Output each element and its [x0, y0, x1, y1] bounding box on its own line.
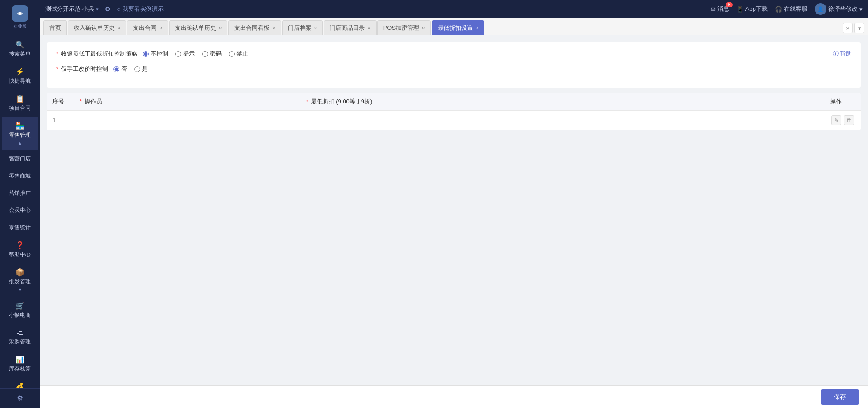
manual-control-options: 否 是 [113, 65, 148, 73]
sidebar-item-label: 小畅电商 [9, 311, 31, 319]
app-download-button[interactable]: 📱 App下载 [736, 5, 768, 13]
required-mark: * [56, 66, 58, 72]
help-button[interactable]: ⓘ 帮助 [833, 50, 852, 58]
tab-close-all-button[interactable]: × [843, 23, 853, 33]
required-mark: * [56, 50, 58, 57]
sidebar-item-label: 智营门店 [9, 155, 31, 163]
sidebar-item-label: 帮助中心 [9, 251, 31, 258]
sidebar-item-help[interactable]: ❓ 帮助中心 [2, 236, 38, 263]
user-name: 徐泽华修改 [828, 5, 858, 13]
sidebar-item-inventory[interactable]: 📊 库存核算 [2, 351, 38, 377]
policy-no-control[interactable]: 不控制 [143, 50, 168, 58]
tab-close-icon[interactable]: × [272, 25, 275, 31]
manual-control-label: * 仅手工改价时控制 [56, 65, 108, 73]
tab-home[interactable]: 首页 [43, 20, 67, 35]
manual-yes-label: 是 [142, 65, 148, 73]
sidebar-item-label: 零售统计 [9, 224, 31, 231]
row-delete-button[interactable]: 🗑 [844, 115, 854, 125]
policy-no-control-label: 不控制 [151, 50, 168, 58]
capital-icon: 💰 [15, 382, 24, 388]
policy-forbid-radio[interactable] [229, 51, 235, 57]
topbar-settings-button[interactable]: ⚙ [102, 4, 113, 14]
sidebar-item-search[interactable]: 🔍 搜索菜单 [2, 36, 38, 62]
demo-label: 我要看实例演示 [123, 5, 164, 13]
manual-no-radio[interactable] [113, 66, 119, 72]
sidebar-item-retail-mall[interactable]: 零售商城 [2, 168, 38, 184]
user-profile-button[interactable]: 👤 徐泽华修改 ▾ [815, 3, 863, 15]
tab-close-icon[interactable]: × [314, 25, 317, 31]
row-edit-button[interactable]: ✎ [831, 115, 841, 125]
tab-menu-button[interactable]: ▾ [854, 23, 864, 33]
tab-min-discount[interactable]: 最低折扣设置 × [432, 20, 484, 35]
download-icon: 📱 [736, 6, 744, 13]
tabbar-controls: × ▾ [843, 23, 864, 35]
save-button[interactable]: 保存 [821, 389, 859, 405]
sidebar-item-label: 项目合同 [9, 104, 31, 112]
cell-min-discount [301, 111, 825, 130]
policy-remind-radio[interactable] [175, 51, 181, 57]
tab-label: 门店商品目录 [330, 24, 365, 32]
customer-service-label: 在线客服 [784, 5, 807, 13]
tab-close-icon[interactable]: × [118, 25, 120, 31]
col-header-seq: 序号 [47, 93, 74, 111]
col-header-action: 操作 [825, 93, 861, 111]
manual-yes[interactable]: 是 [134, 65, 148, 73]
policy-password[interactable]: 密码 [202, 50, 222, 58]
project-selector[interactable]: 测试分开示范-小兵 ▾ [45, 5, 99, 13]
manual-no[interactable]: 否 [113, 65, 127, 73]
main-content: 测试分开示范-小兵 ▾ ⚙ ○ 我要看实例演示 ✉ 消息 8 📱 App下载 🎧… [40, 0, 868, 408]
sidebar-item-ecommerce[interactable]: 🛒 小畅电商 [2, 297, 38, 324]
service-icon: 🎧 [775, 6, 782, 13]
topbar-demo-button[interactable]: ○ 我要看实例演示 [117, 5, 163, 13]
tab-close-icon[interactable]: × [368, 25, 370, 31]
customer-service-button[interactable]: 🎧 在线客服 [775, 5, 807, 13]
sidebar-item-marketing[interactable]: 营销推广 [2, 185, 38, 202]
project-chevron-icon: ▾ [96, 6, 99, 12]
sidebar-item-project-contract[interactable]: 📋 项目合同 [2, 90, 38, 117]
manual-yes-radio[interactable] [134, 66, 140, 72]
cell-action: ✎ 🗑 [825, 111, 861, 130]
sidebar-item-purchase[interactable]: 🛍 采购管理 [2, 324, 38, 350]
tab-close-icon[interactable]: × [159, 25, 162, 31]
tab-income-confirm[interactable]: 收入确认单历史 × [68, 20, 126, 35]
sidebar-settings-button[interactable]: ⚙ [17, 394, 23, 403]
sidebar-item-retail[interactable]: 🏪 零售管理 ▲ [2, 117, 38, 150]
tab-close-icon[interactable]: × [219, 25, 222, 31]
avatar: 👤 [815, 3, 826, 15]
policy-no-control-radio[interactable] [143, 51, 149, 57]
sidebar-item-retail-stats[interactable]: 零售统计 [2, 219, 38, 236]
tab-label: 支出合同看板 [234, 24, 269, 32]
tab-store-goods[interactable]: 门店商品目录 × [324, 20, 376, 35]
logo-icon [12, 5, 28, 22]
sidebar-item-label: 批发管理 [9, 278, 31, 286]
sidebar-item-label: 零售商城 [9, 172, 31, 180]
policy-forbid[interactable]: 禁止 [229, 50, 248, 58]
sidebar-item-capital[interactable]: 💰 资金管理 [2, 378, 38, 388]
tab-store-file[interactable]: 门店档案 × [282, 20, 323, 35]
app-edition: 专业版 [13, 23, 27, 29]
policy-remind[interactable]: 提示 [175, 50, 195, 58]
tab-payment-confirm[interactable]: 支出确认单历史 × [169, 20, 227, 35]
table-header-row: 序号 * 操作员 * 最低折扣 (9.00等于9折) 操作 [47, 93, 861, 111]
sidebar-item-wholesale[interactable]: 📦 批发管理 ▾ [2, 263, 38, 296]
tab-payment-board[interactable]: 支出合同看板 × [228, 20, 281, 35]
sidebar-item-label: 快捷导航 [9, 77, 31, 85]
sidebar-item-label: 搜索菜单 [9, 50, 31, 58]
message-icon: ✉ [711, 6, 716, 13]
manual-no-label: 否 [121, 65, 127, 73]
message-button[interactable]: ✉ 消息 8 [711, 5, 729, 13]
sidebar-menu: 🔍 搜索菜单 ⚡ 快捷导航 📋 项目合同 🏪 零售管理 ▲ 智营门店 零售商城 … [0, 33, 40, 388]
tab-close-icon[interactable]: × [422, 25, 425, 31]
sidebar-bottom: ⚙ [0, 388, 40, 408]
tab-pos-password[interactable]: POS加密管理 × [377, 20, 431, 35]
tab-payment-contract[interactable]: 支出合同 × [127, 20, 168, 35]
tab-close-icon[interactable]: × [476, 25, 478, 31]
sidebar-item-member[interactable]: 会员中心 [2, 202, 38, 219]
policy-password-label: 密码 [210, 50, 222, 58]
sidebar-item-smart-store[interactable]: 智营门店 [2, 150, 38, 167]
sidebar-item-label: 采购管理 [9, 338, 31, 346]
row-action-buttons: ✎ 🗑 [830, 115, 855, 125]
sidebar-item-shortcut[interactable]: ⚡ 快捷导航 [2, 63, 38, 89]
policy-password-radio[interactable] [202, 51, 208, 57]
sidebar: 专业版 🔍 搜索菜单 ⚡ 快捷导航 📋 项目合同 🏪 零售管理 ▲ 智营门店 零… [0, 0, 40, 408]
